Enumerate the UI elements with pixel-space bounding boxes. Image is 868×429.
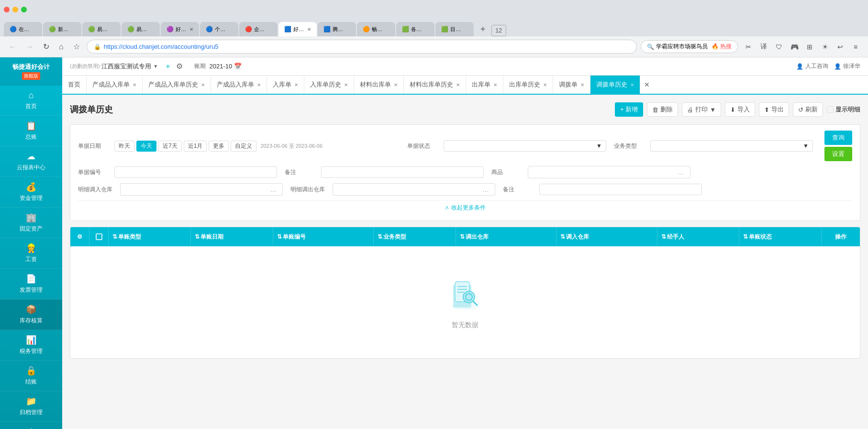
goods-selector[interactable]: …: [528, 166, 690, 178]
company-selector[interactable]: (勿删勿禁用) 江西服宝测试专用 ▼: [70, 62, 158, 71]
th-settings[interactable]: ⚙: [70, 227, 89, 246]
last1month-btn[interactable]: 近1月: [184, 141, 207, 152]
remark2-input[interactable]: [539, 184, 702, 195]
tab-material-out-history-close[interactable]: ✕: [456, 82, 460, 88]
tab-transfer-history-close[interactable]: ✕: [630, 82, 634, 88]
tab-transfer-close[interactable]: ✕: [580, 82, 584, 88]
sidebar-item-funds[interactable]: 💰 资金管理: [0, 177, 62, 208]
th-number[interactable]: ⇅ 单账编号: [273, 227, 374, 246]
game-icon[interactable]: 🎮: [788, 40, 801, 54]
status-select[interactable]: ▼: [444, 140, 606, 152]
collapse-button[interactable]: ∧ 收起更多条件: [78, 200, 852, 215]
in-warehouse-dots[interactable]: …: [268, 186, 278, 193]
export-button[interactable]: ⬆ 导出: [759, 102, 789, 117]
remark-input[interactable]: [321, 166, 484, 178]
tab-material-out-history[interactable]: 材料出库单历史 ✕: [404, 76, 466, 94]
new-tab-button[interactable]: +: [477, 22, 490, 36]
sidebar-item-reports[interactable]: ☁ 云报表中心: [0, 146, 62, 177]
more-btn[interactable]: 更多: [209, 141, 229, 152]
tab-home[interactable]: 首页: [62, 76, 87, 94]
tab-product-in-history-close[interactable]: ✕: [201, 82, 205, 88]
tab-count-badge[interactable]: 12: [491, 25, 506, 36]
scissors-icon[interactable]: ✂: [742, 40, 755, 54]
th-date[interactable]: ⇅ 单账日期: [191, 227, 273, 246]
out-warehouse-dots[interactable]: …: [480, 186, 491, 193]
tab-in-single[interactable]: 入库单 ✕: [267, 76, 304, 94]
sidebar-item-home[interactable]: ⌂ 首页: [0, 86, 62, 116]
home-button[interactable]: ⌂: [56, 40, 67, 54]
import-button[interactable]: ⬇ 导入: [725, 102, 755, 117]
goods-dots[interactable]: …: [676, 168, 686, 176]
sidebar-item-closing[interactable]: 🔒 结账: [0, 361, 62, 391]
tab-close-icon[interactable]: ✕: [189, 27, 193, 32]
settings-company-icon[interactable]: ⚙: [176, 62, 183, 71]
select-all-checkbox[interactable]: [96, 233, 102, 240]
tab-out-single[interactable]: 出库单 ✕: [466, 76, 503, 94]
bookmark-button[interactable]: ☆: [70, 39, 83, 54]
delete-button[interactable]: 🗑 删除: [647, 102, 678, 117]
th-status[interactable]: ⇅ 单账状态: [739, 227, 822, 246]
browser-tab-5[interactable]: 🟣 好… ✕: [161, 22, 199, 36]
tab-transfer-history[interactable]: 调拨单历史 ✕: [590, 76, 640, 94]
address-bar[interactable]: 🔒 https://cloud.chanjet.com/accounting/u…: [87, 40, 637, 54]
sidebar-item-archive[interactable]: 📁 归档管理: [0, 391, 62, 422]
sidebar-item-ledger[interactable]: 📋 总账: [0, 116, 62, 146]
period-value[interactable]: 2021-10 📅: [210, 63, 242, 70]
close-all-tabs-button[interactable]: ✕: [640, 77, 654, 92]
column-settings-icon[interactable]: ⚙: [77, 233, 82, 240]
tab-material-out[interactable]: 材料出库单 ✕: [354, 76, 404, 94]
user-profile-button[interactable]: 👤 徐泽华: [834, 62, 860, 70]
last7-btn[interactable]: 近7天: [158, 141, 182, 152]
display-detail-toggle[interactable]: 显示明细: [827, 105, 860, 114]
tab-product-in-history[interactable]: 产成品入库单历史 ✕: [143, 76, 211, 94]
sidebar-item-tax[interactable]: 📊 税务管理: [0, 330, 62, 361]
grid-icon[interactable]: ⊞: [803, 40, 816, 54]
browser-tab-8[interactable]: 🟦 腾…: [318, 22, 356, 36]
tab-product-in[interactable]: 产成品入库单 ✕: [87, 76, 143, 94]
tab-transfer[interactable]: 调拨单 ✕: [553, 76, 590, 94]
number-input[interactable]: [114, 166, 277, 178]
query-button[interactable]: 查询: [824, 131, 852, 145]
browser-tab-3[interactable]: 🟢 易…: [82, 22, 121, 36]
browser-tab-10[interactable]: 🟩 各…: [396, 22, 434, 36]
theme-icon[interactable]: ☀: [818, 40, 832, 54]
refresh-page-button[interactable]: ↺ 刷新: [793, 102, 823, 117]
out-warehouse-selector[interactable]: …: [333, 183, 495, 196]
customer-service-button[interactable]: 👤 人工咨询: [796, 62, 828, 70]
th-type[interactable]: ⇅ 单账类型: [109, 227, 191, 246]
browser-tab-7[interactable]: 🔴 企…: [239, 22, 278, 36]
yesterday-btn[interactable]: 昨天: [114, 141, 134, 152]
back-button[interactable]: ←: [6, 40, 19, 54]
tab-in-history-close[interactable]: ✕: [344, 82, 348, 88]
browser-tab-6[interactable]: 🔵 个…: [200, 22, 238, 36]
active-tab-close-icon[interactable]: ✕: [307, 27, 311, 32]
sidebar-item-settings[interactable]: ⚙ 基础设置: [0, 422, 62, 429]
tab-material-out-close[interactable]: ✕: [394, 82, 398, 88]
refresh-button[interactable]: ↻: [40, 39, 52, 54]
tab-in-history[interactable]: 入库单历史 ✕: [304, 76, 354, 94]
biz-select[interactable]: ▼: [650, 140, 813, 152]
today-btn[interactable]: 今天: [136, 141, 156, 152]
th-biz[interactable]: ⇅ 业务类型: [374, 227, 456, 246]
tab-out-history[interactable]: 出库单历史 ✕: [503, 76, 553, 94]
shield-icon[interactable]: 🛡: [772, 40, 786, 54]
browser-tab-2[interactable]: 🟢 新…: [43, 22, 81, 36]
browser-tab-1[interactable]: 🔵 在…: [4, 22, 42, 36]
add-company-button[interactable]: +: [166, 62, 170, 71]
tab-product-in-close[interactable]: ✕: [133, 82, 136, 88]
menu-icon[interactable]: ≡: [849, 40, 862, 54]
print-button[interactable]: 🖨 打印 ▼: [682, 102, 721, 117]
sidebar-item-payroll[interactable]: 👷 工资: [0, 238, 62, 269]
sidebar-item-assets[interactable]: 🏢 固定资产: [0, 208, 62, 238]
in-warehouse-selector[interactable]: …: [120, 183, 283, 196]
tab-product-in2[interactable]: 产成品入库单 ✕: [211, 76, 267, 94]
forward-button[interactable]: →: [23, 40, 36, 54]
translate-icon[interactable]: 译: [757, 40, 770, 54]
tab-out-history-close[interactable]: ✕: [543, 82, 547, 88]
sidebar-item-inventory[interactable]: 📦 库存核算: [0, 299, 62, 330]
search-bar[interactable]: 🔍 学霸应聘市场驱鸟员 🔥 热搜: [641, 40, 738, 53]
th-check[interactable]: [89, 227, 109, 246]
browser-tab-9[interactable]: 🟠 畅…: [357, 22, 395, 36]
tab-product-in2-close[interactable]: ✕: [257, 82, 261, 88]
browser-tab-4[interactable]: 🟢 易…: [122, 22, 160, 36]
